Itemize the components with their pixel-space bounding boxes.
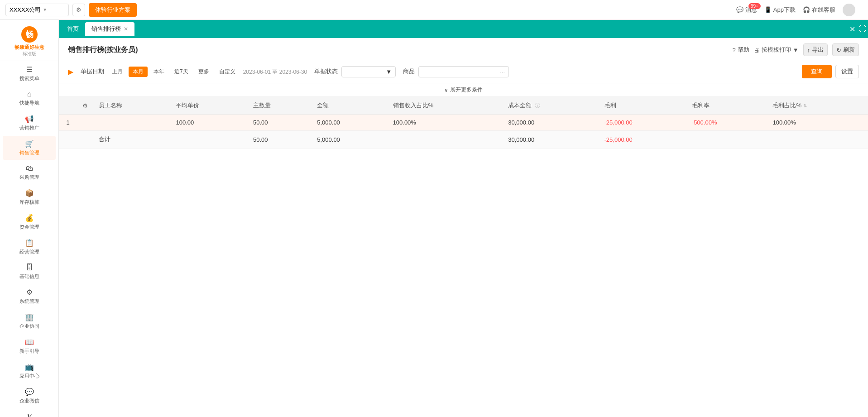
- settings-col-icon: ⚙: [82, 102, 88, 109]
- cell-profit-rate: -500.00%: [686, 115, 767, 131]
- expand-conditions-button[interactable]: ∨ 展开更多条件: [444, 86, 483, 94]
- sidebar-label-search-order: 搜索菜单: [19, 75, 39, 82]
- product-filter-group: 商品 ···: [403, 66, 509, 77]
- sidebar-label-app-center: 应用中心: [19, 373, 39, 379]
- sidebar-item-sales[interactable]: 🛒 销售管理: [3, 136, 56, 160]
- col-cost: 成本全额 ⓘ: [503, 97, 599, 115]
- product-input[interactable]: ···: [418, 66, 509, 77]
- sidebar-item-wechat[interactable]: 💬 企业微信: [3, 384, 56, 408]
- tab-close-icon[interactable]: ✕: [124, 26, 128, 32]
- tab-maximize-icon[interactable]: ⛶: [859, 25, 866, 33]
- logo-sub: 标准版: [23, 51, 36, 57]
- active-tab-label: 销售排行榜: [91, 25, 121, 33]
- table-container: ⚙ 员工名称 平均单价 主数量 全额 销售收入占比% 成本全额 ⓘ: [59, 97, 868, 417]
- sidebar-item-app-center[interactable]: 📺 应用中心: [3, 359, 56, 383]
- enterprise-icon: 🏢: [25, 313, 34, 321]
- purchase-icon: 🛍: [26, 164, 33, 173]
- cost-info-icon[interactable]: ⓘ: [535, 102, 540, 109]
- more-icon: ···: [500, 68, 505, 75]
- setting-button[interactable]: 设置: [835, 65, 859, 78]
- avatar[interactable]: [843, 4, 855, 16]
- footer-amount: 5,000.00: [312, 131, 387, 149]
- sidebar-item-purchase[interactable]: 🛍 采购管理: [3, 161, 56, 184]
- page-title: 销售排行榜(按业务员): [68, 45, 138, 55]
- member-icon: V: [27, 412, 32, 417]
- date-tab-custom[interactable]: 自定义: [215, 67, 240, 77]
- footer-profit: -25,000.00: [599, 131, 686, 149]
- status-select[interactable]: ▼: [341, 66, 396, 77]
- table-header-row: ⚙ 员工名称 平均单价 主数量 全额 销售收入占比% 成本全额 ⓘ: [59, 97, 868, 115]
- sidebar-item-enterprise[interactable]: 🏢 企业协同: [3, 309, 56, 333]
- sidebar-label-system: 系统管理: [19, 298, 39, 305]
- table-footer-row: 合计 50.00 5,000.00 30,000.00 -25,000.00: [59, 131, 868, 149]
- date-tab-this-month[interactable]: 本月: [129, 67, 148, 77]
- status-label: 单据状态: [314, 67, 338, 76]
- cell-main-qty: 50.00: [248, 115, 312, 131]
- sidebar-label-enterprise: 企业协同: [19, 323, 39, 330]
- product-label: 商品: [403, 67, 415, 76]
- expand-label: 展开更多条件: [450, 86, 483, 94]
- sidebar-item-member[interactable]: V 畅会员: [3, 409, 56, 417]
- trial-button[interactable]: 体验行业方案: [89, 3, 137, 17]
- message-button[interactable]: 💬 消息 99+: [736, 6, 757, 14]
- company-selector[interactable]: XXXXX公司 ▼: [5, 4, 69, 16]
- refresh-icon: ↻: [836, 47, 841, 53]
- date-tab-last-month[interactable]: 上月: [108, 67, 127, 77]
- sidebar-item-inventory[interactable]: 📦 库存核算: [3, 185, 56, 209]
- print-button[interactable]: 🖨 按模板打印 ▼: [754, 46, 799, 54]
- expand-arrow-icon[interactable]: ▶: [68, 67, 73, 76]
- sidebar-item-basic-info[interactable]: 🗄 基础信息: [3, 260, 56, 283]
- sidebar-item-system[interactable]: ⚙ 系统管理: [3, 284, 56, 308]
- message-badge: 99+: [748, 3, 761, 9]
- col-settings[interactable]: ⚙: [77, 97, 93, 115]
- message-icon: 💬: [736, 6, 743, 13]
- tab-close-window-icon[interactable]: ✕: [849, 25, 855, 34]
- date-tab-7days[interactable]: 近7天: [170, 67, 192, 77]
- wechat-icon: 💬: [25, 388, 34, 396]
- date-label: 单据日期: [81, 67, 104, 76]
- sidebar-item-guide[interactable]: 📖 新手引导: [3, 334, 56, 358]
- sidebar-label-quick-nav: 快捷导航: [19, 100, 39, 106]
- footer-empty-rate: [686, 131, 767, 149]
- sidebar-label-inventory: 库存核算: [19, 199, 39, 206]
- table-row: 1 100.00 50.00 5,000.00 100.00% 30,000.0…: [59, 115, 868, 131]
- system-icon: ⚙: [26, 288, 33, 297]
- quick-nav-icon: ⌂: [27, 90, 32, 98]
- sort-icon-profit-pct[interactable]: ⇅: [803, 103, 807, 108]
- col-amount: 全额: [312, 97, 387, 115]
- footer-empty-settings: [77, 131, 93, 149]
- cell-profit-pct: 100.00%: [767, 115, 868, 131]
- tab-home[interactable]: 首页: [61, 22, 85, 36]
- refresh-button[interactable]: ↻ 刷新: [832, 43, 859, 56]
- logo-text: 畅康通好生意: [14, 44, 44, 51]
- expand-icon: ∨: [444, 87, 448, 93]
- online-service-button[interactable]: 🎧 在线客服: [803, 6, 835, 14]
- date-tab-this-year[interactable]: 本年: [149, 67, 168, 77]
- home-tab-label: 首页: [67, 25, 79, 33]
- date-tab-more[interactable]: 更多: [194, 67, 213, 77]
- export-button[interactable]: ↑ 导出: [803, 43, 828, 56]
- guide-icon: 📖: [25, 338, 34, 346]
- sidebar-item-search-order[interactable]: ☰ 搜索菜单: [3, 62, 56, 86]
- company-chevron-icon: ▼: [43, 7, 47, 12]
- sidebar-label-operations: 经营管理: [19, 249, 39, 255]
- footer-cost: 30,000.00: [503, 131, 599, 149]
- sidebar-item-operations[interactable]: 📋 经营管理: [3, 235, 56, 259]
- gear-icon: ⚙: [76, 6, 82, 13]
- sidebar-item-quick-nav[interactable]: ⌂ 快捷导航: [3, 86, 56, 110]
- logo-icon: 畅: [21, 26, 38, 43]
- app-download-button[interactable]: 📱 App下载: [764, 6, 796, 14]
- sidebar-label-marketing: 营销推广: [19, 125, 39, 131]
- topbar-settings-button[interactable]: ⚙: [72, 4, 85, 16]
- inventory-icon: 📦: [25, 189, 34, 197]
- footer-total-label: 合计: [93, 131, 170, 149]
- sidebar-item-finance[interactable]: 💰 资金管理: [3, 210, 56, 234]
- tab-sales-rank[interactable]: 销售排行榜 ✕: [85, 22, 134, 36]
- sidebar-item-marketing[interactable]: 📢 营销推广: [3, 111, 56, 135]
- col-main-qty: 主数量: [248, 97, 312, 115]
- help-button[interactable]: ? 帮助: [732, 46, 749, 54]
- status-filter-group: 单据状态 ▼: [314, 66, 396, 77]
- query-button[interactable]: 查询: [802, 65, 832, 78]
- col-profit-pct: 毛利占比% ⇅: [767, 97, 868, 115]
- col-rank: [59, 97, 77, 115]
